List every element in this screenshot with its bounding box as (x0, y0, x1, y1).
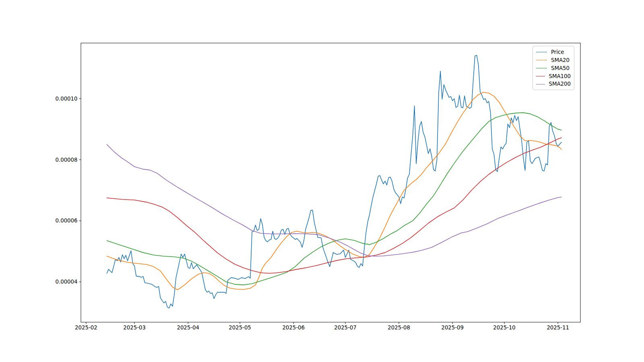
legend: Price SMA20 SMA50 SMA100 SMA200 (533, 46, 574, 90)
price-line-swatch (536, 52, 547, 52)
x-axis-tick-label: 2025-11 (547, 325, 569, 331)
legend-row-sma100: SMA100 (536, 72, 571, 80)
y-axis-tick-label: 0.00006 (56, 218, 78, 224)
legend-row-sma50: SMA50 (536, 64, 571, 72)
legend-row-price: Price (536, 48, 571, 56)
x-axis-tick-label: 2025-06 (282, 325, 305, 331)
sma100-line-swatch (536, 76, 545, 76)
x-axis-tick-label: 2025-07 (334, 325, 357, 331)
x-axis-tick-label: 2025-04 (177, 325, 199, 331)
x-axis-tick-label: 2025-03 (123, 325, 146, 331)
x-axis-tick-label: 2025-05 (229, 325, 251, 331)
y-axis-tick-label: 0.00004 (56, 279, 78, 285)
x-axis-tick-label: 2025-08 (388, 325, 410, 331)
chart-figure: 2025-022025-032025-042025-052025-062025-… (0, 0, 644, 362)
x-axis-tick-label: 2025-10 (493, 325, 516, 331)
legend-row-sma20: SMA20 (536, 56, 571, 64)
legend-label-sma100: SMA100 (549, 74, 571, 79)
legend-label-sma20: SMA20 (551, 58, 570, 63)
legend-label-sma200: SMA200 (549, 81, 571, 86)
legend-label-price: Price (551, 49, 564, 55)
x-axis-tick-label: 2025-02 (75, 325, 97, 331)
sma200-line-swatch (536, 84, 545, 84)
x-axis-tick-label: 2025-09 (441, 325, 464, 331)
sma50-line-swatch (536, 68, 547, 68)
sma20-line-swatch (536, 60, 547, 60)
legend-label-sma50: SMA50 (551, 66, 570, 71)
y-axis-tick-label: 0.00008 (56, 157, 78, 163)
legend-row-sma200: SMA200 (536, 80, 571, 88)
y-axis-tick-label: 0.00010 (56, 96, 78, 102)
